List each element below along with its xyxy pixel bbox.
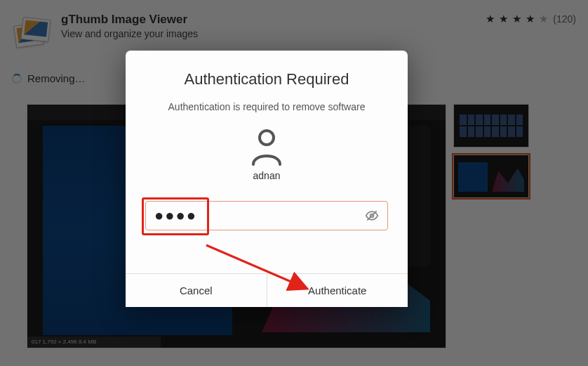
dialog-title: Authentication Required xyxy=(185,70,349,89)
user-icon xyxy=(249,128,284,166)
password-input[interactable] xyxy=(146,202,356,230)
dialog-username: adnan xyxy=(253,170,281,181)
dialog-subtitle: Authentication is required to remove sof… xyxy=(168,101,366,112)
eye-off-icon xyxy=(365,209,379,223)
auth-dialog: Authentication Required Authentication i… xyxy=(126,51,408,307)
svg-point-0 xyxy=(260,131,274,145)
authenticate-button[interactable]: Authenticate xyxy=(267,274,408,307)
toggle-password-visibility-button[interactable] xyxy=(356,202,387,230)
cancel-button[interactable]: Cancel xyxy=(126,274,267,307)
